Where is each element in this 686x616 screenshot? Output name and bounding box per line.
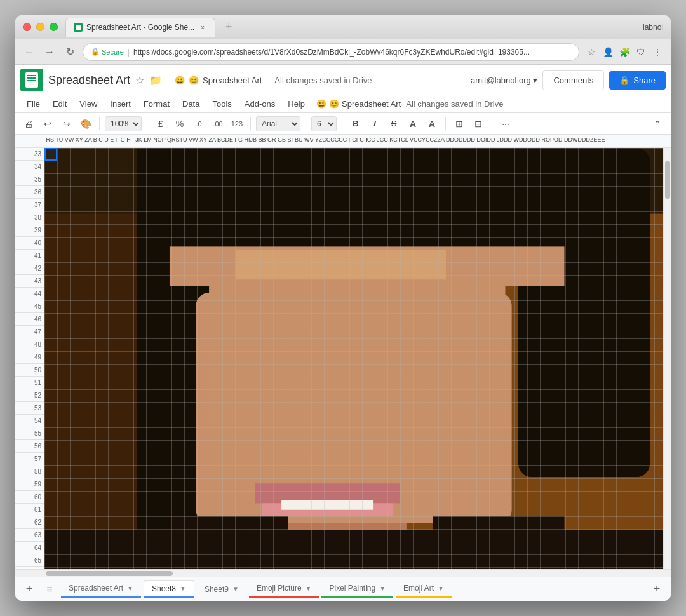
back-button[interactable]: ← xyxy=(22,44,37,60)
selected-cell[interactable] xyxy=(44,148,57,161)
tab-pixel-painting[interactable]: Pixel Painting ▼ xyxy=(321,580,393,598)
tab-close-button[interactable]: × xyxy=(198,23,207,32)
user-badge: labnol xyxy=(643,23,663,32)
minimize-window-button[interactable] xyxy=(36,23,44,31)
decimal-increase-button[interactable]: .00 xyxy=(210,116,226,132)
merge-button[interactable]: ⊟ xyxy=(470,116,487,132)
addon-name: Spreadsheet Art xyxy=(203,76,262,85)
more-toolbar-button[interactable]: ··· xyxy=(497,116,514,132)
menu-insert[interactable]: Insert xyxy=(104,97,137,111)
strikethrough-button[interactable]: S xyxy=(386,116,402,132)
print-button[interactable]: 🖨 xyxy=(20,116,37,132)
italic-button[interactable]: I xyxy=(367,116,383,132)
menu-format[interactable]: Format xyxy=(137,97,176,111)
toolbar: 🖨 ↩ ↪ 🎨 100% £ % .0 .00 123 Arial 6 B xyxy=(15,113,671,135)
bold-button[interactable]: B xyxy=(347,116,364,132)
menu-file[interactable]: File xyxy=(20,97,46,111)
fullscreen-window-button[interactable] xyxy=(50,23,58,31)
number-format-button[interactable]: 123 xyxy=(229,116,245,132)
borders-button[interactable]: ⊞ xyxy=(451,116,467,132)
active-tab[interactable]: Spreadsheet Art - Google She... × xyxy=(65,18,215,37)
tab-label-emoji-art: Emoji Art xyxy=(403,584,434,593)
row-num-60: 60 xyxy=(15,491,44,504)
spreadsheet-body: RS TU VW XY ZA B C D E F G H I JK LM NOP… xyxy=(15,135,671,577)
traffic-lights xyxy=(23,23,58,31)
row-num-37: 37 xyxy=(15,199,44,211)
vertical-scrollbar[interactable] xyxy=(663,148,671,569)
h-scrollbar-thumb[interactable] xyxy=(46,571,173,576)
fill-color-button[interactable]: A xyxy=(424,116,440,132)
inactive-tab[interactable]: + xyxy=(218,18,240,37)
tab-label-sheet8: Sheet8 xyxy=(152,584,176,593)
tab-dropdown-sheet9[interactable]: ▼ xyxy=(232,586,239,593)
pixel-art-container xyxy=(44,148,663,569)
zoom-select[interactable]: 100% xyxy=(105,116,142,131)
save-status: All changes saved in Drive xyxy=(274,76,372,85)
add-sheet-button[interactable]: + xyxy=(20,580,38,598)
menu-view[interactable]: View xyxy=(73,97,104,111)
sheet-tabs-bar: + ≡ Spreadsheet Art ▼ Sheet8 ▼ Sheet9 ▼ … xyxy=(15,577,671,601)
tab-sheet8[interactable]: Sheet8 ▼ xyxy=(144,580,194,598)
secure-text: Secure xyxy=(102,48,124,56)
menu-bar: File Edit View Insert Format Data Tools … xyxy=(15,95,671,113)
sheets-title-row: Spreadsheet Art ☆ 📁 😀 😊 Spreadsheet Art … xyxy=(15,65,671,95)
tab-dropdown-pixel-painting[interactable]: ▼ xyxy=(379,585,386,592)
menu-tools[interactable]: Tools xyxy=(206,97,238,111)
tab-spreadsheet-art[interactable]: Spreadsheet Art ▼ xyxy=(61,580,141,598)
undo-button[interactable]: ↩ xyxy=(39,116,56,132)
toolbar-separator-5 xyxy=(342,117,342,130)
url-bar[interactable]: 🔒 Secure | https://docs.google.com/sprea… xyxy=(83,43,579,61)
toolbar-separator-6 xyxy=(445,117,446,130)
tab-bar: Spreadsheet Art - Google She... × + labn… xyxy=(65,18,663,37)
more-button[interactable]: ⋮ xyxy=(650,45,664,59)
currency-button[interactable]: £ xyxy=(152,116,169,132)
font-select[interactable]: Arial xyxy=(256,116,300,131)
close-window-button[interactable] xyxy=(23,23,31,31)
decimal-decrease-button[interactable]: .0 xyxy=(191,116,207,132)
cells-area[interactable] xyxy=(44,148,663,569)
sheets-list-button[interactable]: ≡ xyxy=(41,580,58,598)
scrollbar-thumb[interactable] xyxy=(665,161,670,199)
tab-emoji-picture[interactable]: Emoji Picture ▼ xyxy=(249,580,319,598)
sheets-user-area: amit@labnol.org ▾ Comments 🔒 Share xyxy=(471,70,666,90)
row-num-33: 33 xyxy=(15,148,44,161)
account-button[interactable]: 👤 xyxy=(601,45,615,59)
paint-format-button[interactable]: 🎨 xyxy=(77,116,94,132)
user-email[interactable]: amit@labnol.org ▾ xyxy=(471,76,537,85)
tab-dropdown-emoji-picture[interactable]: ▼ xyxy=(306,585,312,592)
tab-dropdown-sheet8[interactable]: ▼ xyxy=(180,585,186,592)
folder-icon[interactable]: 📁 xyxy=(149,74,162,86)
forward-button[interactable]: → xyxy=(42,44,57,60)
row-num-47: 47 xyxy=(15,326,44,338)
menu-addons[interactable]: Add-ons xyxy=(238,97,281,111)
font-size-select[interactable]: 6 xyxy=(311,116,337,131)
row-num-42: 42 xyxy=(15,262,44,275)
horizontal-scrollbar[interactable] xyxy=(15,569,671,577)
text-color-button[interactable]: A xyxy=(405,116,421,132)
percent-button[interactable]: % xyxy=(172,116,188,132)
star-icon[interactable]: ☆ xyxy=(135,74,144,86)
menu-data[interactable]: Data xyxy=(176,97,206,111)
toolbar-separator-4 xyxy=(306,117,306,130)
share-button[interactable]: 🔒 Share xyxy=(609,71,666,90)
comments-button[interactable]: Comments xyxy=(542,70,604,90)
menu-edit[interactable]: Edit xyxy=(46,97,73,111)
add-sheet-right-button[interactable]: + xyxy=(648,580,666,598)
tab-dropdown-emoji-art[interactable]: ▼ xyxy=(438,585,444,592)
shield-button[interactable]: 🛡 xyxy=(634,45,648,59)
menu-help[interactable]: Help xyxy=(281,97,311,111)
sheets-document-title[interactable]: Spreadsheet Art xyxy=(48,74,130,87)
row-num-50: 50 xyxy=(15,364,44,377)
tab-dropdown-spreadsheet-art[interactable]: ▼ xyxy=(127,585,133,592)
refresh-button[interactable]: ↻ xyxy=(62,44,77,60)
row-num-57: 57 xyxy=(15,453,44,465)
tab-emoji-art[interactable]: Emoji Art ▼ xyxy=(396,580,452,598)
collapse-toolbar-button[interactable]: ⌃ xyxy=(649,116,666,132)
spreadsheet-content-area: 33 34 35 36 37 38 39 40 41 42 43 44 45 4… xyxy=(15,148,671,569)
redo-button[interactable]: ↪ xyxy=(58,116,75,132)
toolbar-separator-3 xyxy=(250,117,251,130)
extensions-button[interactable]: 🧩 xyxy=(617,45,631,59)
tab-sheet9[interactable]: Sheet9 ▼ xyxy=(197,580,246,598)
bookmark-button[interactable]: ☆ xyxy=(584,45,598,59)
row-num-35: 35 xyxy=(15,173,44,186)
